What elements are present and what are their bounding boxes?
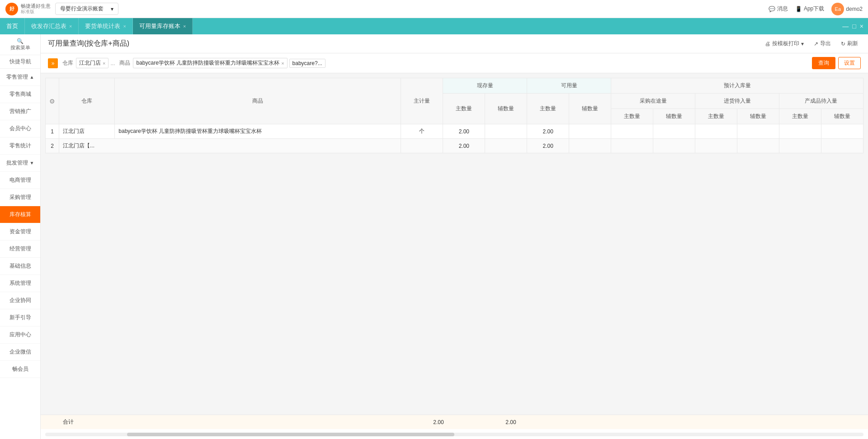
tab-receive-pay[interactable]: 收发存汇总表 × xyxy=(25,18,79,34)
row-avail-aux xyxy=(569,124,611,139)
tab-home[interactable]: 首页 xyxy=(0,18,25,34)
sidebar-item-wholesale-mgmt[interactable]: 批发管理 ▼ xyxy=(0,155,40,172)
sidebar-item-finance-mgmt[interactable]: 资金管理 xyxy=(0,223,40,241)
incoming-group-header: 预计入库量 xyxy=(611,78,863,94)
sidebar-item-ops-mgmt[interactable]: 经营管理 xyxy=(0,241,40,258)
sidebar-item-member-center[interactable]: 会员中心 xyxy=(0,120,40,137)
row-unit: 个 xyxy=(401,124,443,139)
row-product: babycare学饮杯 儿童防摔防撞吸管杯重力球吸嘴杯宝宝水杯 xyxy=(115,124,401,139)
logo-area: 好 畅捷通好生意 标准版 xyxy=(5,3,51,15)
product-tag-2[interactable]: babycare?... xyxy=(289,59,326,68)
receive-pay-tab-label: 收发存汇总表 xyxy=(31,22,66,30)
sidebar-search[interactable]: 🔍 搜索菜单 xyxy=(0,34,40,55)
row-inc-main xyxy=(695,124,737,139)
chevron-down-icon: ▾ xyxy=(801,41,804,47)
subtotal-inc-aux xyxy=(737,139,779,153)
tab-available-inventory[interactable]: 可用量库存账本 × xyxy=(133,18,193,34)
tab-bar: 首页 收发存汇总表 × 要货单统计表 × 可用量库存账本 × — □ × xyxy=(0,18,868,34)
setting-button[interactable]: 设置 xyxy=(838,57,861,69)
summary-avail-main: 2.00 xyxy=(493,419,529,425)
inventory-table: ⚙ 仓库 商品 主计量 现存量 xyxy=(45,78,863,153)
industry-selector[interactable]: 母婴行业演示账套 ▾ xyxy=(55,3,118,15)
product-filter-label: 商品 xyxy=(119,59,130,67)
sidebar-item-new-guide[interactable]: 新手引导 xyxy=(0,309,40,326)
search-icon: 🔍 xyxy=(17,38,24,44)
available-inventory-tab-label: 可用量库存账本 xyxy=(139,22,180,30)
product-col-header: 商品 xyxy=(115,78,401,124)
top-bar-right: 💬 消息 📱 App下载 Ea demo2 xyxy=(769,3,863,15)
table-row: 1 江北门店 babycare学饮杯 儿童防摔防撞吸管杯重力球吸嘴杯宝宝水杯 个… xyxy=(46,124,863,139)
subtotal-stock-aux xyxy=(485,139,527,153)
sidebar-item-enterprise-collab[interactable]: 企业协同 xyxy=(0,292,40,309)
pur-aux-header: 辅数量 xyxy=(653,109,695,124)
close-receive-pay-tab[interactable]: × xyxy=(69,24,72,29)
stock-group-header: 现存量 xyxy=(443,78,527,94)
horizontal-scrollbar-thumb[interactable] xyxy=(127,433,454,436)
sidebar-item-system-mgmt[interactable]: 系统管理 xyxy=(0,275,40,292)
filter-actions: 查询 设置 xyxy=(812,57,861,69)
sidebar-item-inventory-check[interactable]: 库存核算 xyxy=(0,206,40,223)
row-avail-main: 2.00 xyxy=(527,124,569,139)
sidebar-item-app-center[interactable]: 应用中心 xyxy=(0,326,40,344)
sidebar-quick-nav[interactable]: 快捷导航 xyxy=(0,55,40,69)
main-layout: 🔍 搜索菜单 快捷导航 零售管理 ▲ 零售商城 营销推广 会员中心 零售统计 批… xyxy=(0,34,868,439)
sidebar-item-ecommerce-mgmt[interactable]: 电商管理 xyxy=(0,172,40,189)
settings-col-header[interactable]: ⚙ xyxy=(46,78,59,124)
export-button[interactable]: ↗ 导出 xyxy=(811,39,834,48)
message-button[interactable]: 💬 消息 xyxy=(769,5,788,13)
table-header-row-1: ⚙ 仓库 商品 主计量 现存量 xyxy=(46,78,863,94)
horizontal-scrollbar-track[interactable] xyxy=(45,433,863,436)
sidebar-item-basic-info[interactable]: 基础信息 xyxy=(0,258,40,275)
logo-icon: 好 xyxy=(5,3,18,15)
remove-product-tag-1[interactable]: × xyxy=(281,61,284,66)
expand-icon: ▼ xyxy=(30,160,34,165)
warehouse-col-header: 仓库 xyxy=(59,78,115,124)
row-no: 1 xyxy=(46,124,59,139)
warehouse-filter-group: 仓库 江北门店 × ... xyxy=(62,58,115,68)
row-pur-main xyxy=(611,124,653,139)
row-stock-main: 2.00 xyxy=(443,124,485,139)
subtotal-pur-main xyxy=(611,139,653,153)
sidebar: 🔍 搜索菜单 快捷导航 零售管理 ▲ 零售商城 营销推广 会员中心 零售统计 批… xyxy=(0,34,41,439)
settings-icon[interactable]: ⚙ xyxy=(49,98,55,105)
purchase-subgroup-header: 采购在途量 xyxy=(611,94,695,109)
tab-order-stat[interactable]: 要货单统计表 × xyxy=(79,18,132,34)
warehouse-tag[interactable]: 江北门店 × xyxy=(76,58,108,68)
user-menu[interactable]: Ea demo2 xyxy=(831,3,863,15)
row-prod-aux xyxy=(821,124,863,139)
stock-main-header: 主数量 xyxy=(443,94,485,124)
subtotal-stock-main: 2.00 xyxy=(443,139,485,153)
print-template-button[interactable]: 🖨 按模板打印 ▾ xyxy=(762,39,807,48)
stock-aux-header: 辅数量 xyxy=(485,94,527,124)
sidebar-item-purchase-mgmt[interactable]: 采购管理 xyxy=(0,189,40,206)
close-available-inventory-tab[interactable]: × xyxy=(183,24,186,29)
sidebar-item-retail-mgmt[interactable]: 零售管理 ▲ xyxy=(0,69,40,86)
summary-label: 合计 xyxy=(48,418,89,426)
sidebar-item-enterprise-wechat[interactable]: 企业微信 xyxy=(0,344,40,361)
subtotal-unit xyxy=(401,139,443,153)
row-pur-aux xyxy=(653,124,695,139)
sidebar-item-retail-stats[interactable]: 零售统计 xyxy=(0,137,40,155)
minimize-tab-btn[interactable]: — xyxy=(842,23,849,30)
production-subgroup-header: 产成品待入量 xyxy=(779,94,863,109)
refresh-button[interactable]: ↻ 刷新 xyxy=(838,39,861,48)
page-header: 可用量查询(按仓库+商品) 🖨 按模板打印 ▾ ↗ 导出 ↻ 刷新 xyxy=(41,34,868,53)
sidebar-item-vip-member[interactable]: 畅会员 xyxy=(0,361,40,378)
product-tag-1[interactable]: babycare学饮杯 儿童防摔防撞吸管杯重力球吸嘴杯宝宝水杯 × xyxy=(133,58,287,68)
maximize-tab-btn[interactable]: □ xyxy=(852,23,856,30)
sidebar-item-marketing[interactable]: 营销推广 xyxy=(0,103,40,120)
close-tab-btn[interactable]: × xyxy=(860,23,863,30)
sidebar-item-retail-shop[interactable]: 零售商城 xyxy=(0,86,40,103)
query-button[interactable]: 查询 xyxy=(812,57,835,69)
filter-toggle-button[interactable]: » xyxy=(48,58,58,68)
refresh-icon: ↻ xyxy=(841,41,845,47)
app-download-button[interactable]: 📱 App下载 xyxy=(795,5,824,13)
row-stock-aux xyxy=(485,124,527,139)
remove-warehouse-tag[interactable]: × xyxy=(103,61,105,66)
print-icon: 🖨 xyxy=(765,41,770,47)
export-icon: ↗ xyxy=(814,41,818,47)
page-title: 可用量查询(按仓库+商品) xyxy=(48,39,129,48)
close-order-stat-tab[interactable]: × xyxy=(123,24,126,29)
tab-bar-end: — □ × xyxy=(838,18,868,34)
warehouse-more[interactable]: ... xyxy=(110,60,115,66)
